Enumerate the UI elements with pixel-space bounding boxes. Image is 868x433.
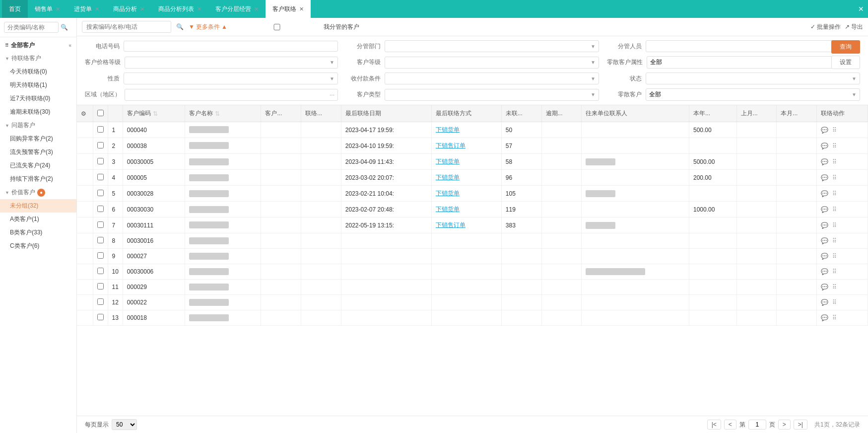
- more-action-icon[interactable]: ⠿: [832, 268, 837, 275]
- row-checkbox[interactable]: [97, 190, 104, 196]
- retail-attr-select[interactable]: 全部 ▼: [647, 56, 860, 69]
- more-action-icon[interactable]: ⠿: [832, 299, 837, 306]
- row-checkbox[interactable]: [97, 126, 104, 133]
- tab-product-analysis[interactable]: 商品分析 ✕: [106, 0, 151, 18]
- th-settings[interactable]: ⚙: [77, 105, 93, 122]
- row-checkbox[interactable]: [97, 268, 104, 274]
- row-checkbox[interactable]: [97, 298, 104, 305]
- chat-action-icon[interactable]: 💬: [821, 158, 828, 165]
- row-checkbox[interactable]: [97, 158, 104, 164]
- person-select[interactable]: ···: [646, 40, 860, 52]
- sidebar-item-today-pending[interactable]: 今天待联络(0): [0, 65, 76, 78]
- tab-purchase[interactable]: 进货单 ✕: [67, 0, 106, 18]
- row-checkbox[interactable]: [97, 314, 104, 320]
- tab-product-analysis-list[interactable]: 商品分析列表 ✕: [151, 0, 208, 18]
- settings-icon[interactable]: ⚙: [81, 110, 86, 117]
- close-tab-purchase[interactable]: ✕: [95, 6, 99, 12]
- close-tab-product-analysis[interactable]: ✕: [140, 6, 144, 12]
- sidebar-item-week-pending[interactable]: 近7天待联络(0): [0, 92, 76, 105]
- sidebar-item-churned[interactable]: 已流失客户(24): [0, 159, 76, 172]
- row-checkbox[interactable]: [97, 252, 104, 259]
- last-page-button[interactable]: >|: [794, 420, 807, 430]
- first-page-button[interactable]: |<: [707, 420, 721, 430]
- more-action-icon[interactable]: ⠿: [832, 206, 837, 213]
- close-tab-sales[interactable]: ✕: [56, 6, 60, 12]
- chat-action-icon[interactable]: 💬: [821, 222, 828, 229]
- status-select[interactable]: ▼: [646, 72, 860, 84]
- nature-select[interactable]: ▼: [124, 72, 338, 84]
- sidebar-item-churn-warning[interactable]: 流失预警客户(3): [0, 145, 76, 159]
- chat-action-icon[interactable]: 💬: [821, 268, 828, 275]
- sidebar-item-class-a[interactable]: A类客户(1): [0, 213, 76, 226]
- chat-action-icon[interactable]: 💬: [821, 237, 828, 244]
- reset-button[interactable]: 设置: [831, 56, 860, 69]
- price-level-select[interactable]: ▼: [125, 57, 338, 69]
- more-action-icon[interactable]: ⠿: [832, 253, 837, 260]
- more-filters-button[interactable]: ▼ 更多条件 ▲: [189, 23, 227, 31]
- more-action-icon[interactable]: ⠿: [832, 158, 837, 165]
- sidebar-item-abnormal-repurchase[interactable]: 回购异常客户(2): [0, 132, 76, 145]
- more-action-icon[interactable]: ⠿: [832, 190, 837, 197]
- more-action-icon[interactable]: ⠿: [832, 222, 837, 229]
- sidebar-item-overdue-pending[interactable]: 逾期未联络(30): [0, 105, 76, 119]
- payment-select[interactable]: ▼: [385, 72, 599, 84]
- per-page-select[interactable]: 50 100 200: [112, 419, 137, 430]
- window-close-button[interactable]: ✕: [858, 5, 864, 13]
- tab-customer-segment[interactable]: 客户分层经营 ✕: [208, 0, 266, 18]
- sidebar-item-class-b[interactable]: B类客户(33): [0, 226, 76, 239]
- value-group-label[interactable]: ▼ 价值客户 ●: [0, 186, 76, 199]
- close-tab-product-analysis-list[interactable]: ✕: [197, 6, 201, 12]
- chat-action-icon[interactable]: 💬: [821, 284, 828, 290]
- more-action-icon[interactable]: ⠿: [832, 284, 837, 290]
- chat-action-icon[interactable]: 💬: [821, 174, 828, 181]
- row-checkbox[interactable]: [97, 221, 104, 228]
- customer-type-select[interactable]: ▼: [385, 89, 599, 101]
- tab-customer-contact[interactable]: 客户联络 ✕: [266, 0, 311, 18]
- batch-operation-button[interactable]: ✓ 批量操作: [810, 23, 841, 31]
- close-tab-customer-contact[interactable]: ✕: [299, 6, 304, 12]
- my-customers-checkbox-label[interactable]: 我分管的客户: [232, 23, 359, 31]
- next-page-button[interactable]: >: [778, 420, 791, 430]
- customer-level-select[interactable]: ▼: [385, 57, 599, 69]
- sidebar-item-declining[interactable]: 持续下滑客户(2): [0, 172, 76, 186]
- more-action-icon[interactable]: ⠿: [832, 174, 837, 181]
- tab-home[interactable]: 首页: [2, 0, 28, 18]
- sidebar-item-class-c[interactable]: C类客户(6): [0, 239, 76, 253]
- dept-select[interactable]: ▼: [385, 40, 599, 52]
- select-all-checkbox[interactable]: [97, 110, 104, 116]
- category-search-icon[interactable]: 🔍: [61, 24, 68, 31]
- row-checkbox[interactable]: [97, 206, 104, 212]
- retail-customer-select[interactable]: 全部 ▼: [646, 88, 860, 101]
- export-button[interactable]: ↗ 导出: [845, 23, 863, 31]
- prev-page-button[interactable]: <: [724, 420, 736, 430]
- tab-sales[interactable]: 销售单 ✕: [28, 0, 67, 18]
- row-checkbox[interactable]: [97, 237, 104, 243]
- problem-group-label[interactable]: ▼ 问题客户: [0, 119, 76, 132]
- chat-action-icon[interactable]: 💬: [821, 206, 828, 213]
- row-checkbox[interactable]: [97, 174, 104, 180]
- pending-group-label[interactable]: ▼ 待联络客户: [0, 52, 76, 65]
- page-number-input[interactable]: [748, 420, 766, 430]
- chat-action-icon[interactable]: 💬: [821, 314, 828, 321]
- chat-action-icon[interactable]: 💬: [821, 253, 828, 260]
- th-code[interactable]: 客户编码 ⇅: [123, 105, 185, 122]
- row-checkbox[interactable]: [97, 142, 104, 148]
- chat-action-icon[interactable]: 💬: [821, 190, 828, 197]
- more-action-icon[interactable]: ⠿: [832, 143, 837, 149]
- chat-action-icon[interactable]: 💬: [821, 299, 828, 306]
- chat-action-icon[interactable]: 💬: [821, 127, 828, 134]
- sidebar-item-ungrouped[interactable]: 未分组(32): [0, 199, 76, 213]
- more-action-icon[interactable]: ⠿: [832, 237, 837, 244]
- search-button[interactable]: 查询: [831, 40, 860, 54]
- region-select[interactable]: ···: [125, 89, 338, 101]
- category-search-input[interactable]: [4, 22, 59, 33]
- row-checkbox[interactable]: [97, 283, 104, 289]
- close-tab-customer-segment[interactable]: ✕: [254, 6, 259, 12]
- search-input[interactable]: [82, 21, 171, 33]
- chat-action-icon[interactable]: 💬: [821, 143, 828, 149]
- all-customers-header[interactable]: ⠿ 全部客户 «: [0, 37, 76, 52]
- th-name[interactable]: 客户名称 ⇅: [185, 105, 261, 122]
- phone-input[interactable]: [124, 41, 338, 52]
- my-customers-checkbox[interactable]: [232, 24, 322, 30]
- more-action-icon[interactable]: ⠿: [832, 127, 837, 134]
